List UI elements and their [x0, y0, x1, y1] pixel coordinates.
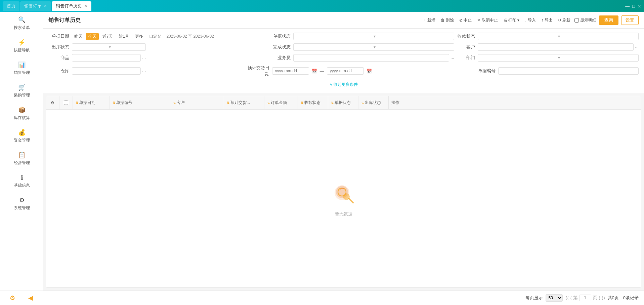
tab-close-sales-order[interactable]: ✕: [44, 4, 47, 8]
complete-status-select[interactable]: ▾: [293, 43, 454, 51]
refresh-button[interactable]: ↺ 刷新: [557, 17, 572, 24]
billno-label: 单据编号: [475, 68, 498, 74]
warehouse-label: 仓库: [48, 68, 72, 74]
sidebar-item-search[interactable]: 🔍 搜索菜单: [0, 12, 43, 35]
sort-icon-date[interactable]: ⇅: [76, 101, 78, 105]
basics-icon: ℹ: [21, 174, 23, 181]
delivery-start-calendar-icon[interactable]: 📅: [312, 69, 317, 74]
window-maximize[interactable]: □: [632, 4, 635, 9]
table-settings-icon[interactable]: ⚙: [51, 101, 54, 105]
select-all-checkbox[interactable]: [64, 101, 68, 105]
bill-status-select[interactable]: ▾: [293, 33, 454, 40]
salesman-dots-icon[interactable]: ···: [450, 55, 454, 61]
sidebar-item-finance[interactable]: 💰 资金管理: [0, 125, 43, 147]
table-area: ⚙ ⇅ 单据日期 ⇅ 单据编号 ⇅ 客户 ⇅: [46, 96, 641, 288]
prev-page-btn[interactable]: ⟨: [570, 295, 572, 301]
window-minimize[interactable]: —: [625, 4, 630, 9]
sidebar-item-system[interactable]: ⚙ 系统管理: [0, 192, 43, 215]
delete-button[interactable]: 🗑 删除: [439, 17, 455, 24]
setting-button[interactable]: 设置: [621, 15, 639, 25]
sort-icon-delivery[interactable]: ⇅: [227, 101, 229, 105]
window-controls: — □ ✕: [625, 4, 641, 9]
tab-sales-order[interactable]: 销售订单 ✕: [20, 1, 51, 11]
sort-icon-amount[interactable]: ⇅: [267, 101, 270, 105]
bill-status-arrow-icon: ▾: [374, 34, 451, 39]
dept-select[interactable]: ▾: [478, 54, 639, 62]
customer-dots-icon[interactable]: ···: [635, 45, 639, 50]
finance-icon: 💰: [18, 129, 26, 136]
sidebar-item-basics[interactable]: ℹ 基础信息: [0, 170, 43, 192]
first-page-btn[interactable]: ⟨⟨: [565, 295, 569, 301]
date-btn-yesterday[interactable]: 昨天: [72, 33, 85, 40]
date-btn-7days[interactable]: 近7天: [100, 33, 115, 40]
tab-close-history[interactable]: ✕: [84, 4, 87, 8]
sidebar-settings-icon[interactable]: ⚙: [10, 294, 15, 302]
salesman-input[interactable]: [293, 54, 449, 62]
th-checkbox[interactable]: [59, 96, 73, 109]
date-btn-custom[interactable]: 自定义: [147, 33, 164, 40]
sidebar-collapse-icon[interactable]: ◀: [28, 294, 33, 302]
query-button[interactable]: 查询: [599, 15, 618, 25]
product-input[interactable]: [72, 54, 141, 62]
tab-sales-order-history[interactable]: 销售订单历史 ✕: [52, 1, 91, 11]
customer-input[interactable]: [478, 43, 634, 51]
th-delivery: ⇅ 预计交货...: [224, 96, 264, 109]
top-bar: 首页 销售订单 ✕ 销售订单历史 ✕ — □ ✕: [0, 0, 644, 12]
cancel-stop-button[interactable]: ✕ 取消中止: [476, 17, 499, 24]
add-button[interactable]: + 新增: [422, 17, 436, 24]
out-status-section: 出库状态 ▾: [48, 43, 270, 51]
show-detail-checkbox-label[interactable]: 显示明细: [574, 17, 596, 23]
th-pay-status: ⇅ 收款状态: [298, 96, 328, 109]
billno-section: 单据编号: [475, 67, 639, 75]
collapse-filter-row[interactable]: ∧ 收起更多条件: [48, 80, 639, 89]
filter-area: 单据日期 昨天 今天 近7天 近1月 更多 自定义 2023-06-02 至 2…: [43, 29, 644, 93]
stop-button[interactable]: ⊘ 中止: [458, 17, 473, 24]
last-page-btn[interactable]: ⟩⟩: [602, 295, 605, 301]
page-input[interactable]: [579, 295, 591, 301]
th-settings[interactable]: ⚙: [46, 96, 59, 109]
sidebar-bottom: ⚙ ◀: [0, 291, 43, 305]
date-btn-today[interactable]: 今天: [86, 33, 99, 40]
sort-icon-status[interactable]: ⇅: [331, 101, 334, 105]
billno-input[interactable]: [498, 67, 639, 75]
import-button[interactable]: ↓ 导入: [523, 17, 537, 24]
sidebar-item-sales[interactable]: 📊 销售管理: [0, 57, 43, 80]
sort-icon-out[interactable]: ⇅: [361, 101, 364, 105]
sidebar-item-quicknav[interactable]: ⚡ 快捷导航: [0, 35, 43, 57]
sidebar-item-operations[interactable]: 📋 经营管理: [0, 147, 43, 170]
show-detail-checkbox[interactable]: [574, 18, 579, 23]
date-filter-label: 单据日期: [48, 33, 72, 39]
per-page-select[interactable]: 50 100 200: [546, 294, 563, 302]
pay-status-select[interactable]: ▾: [478, 33, 639, 40]
export-button[interactable]: ↑ 导出: [540, 17, 554, 24]
sidebar-item-purchase[interactable]: 🛒 采购管理: [0, 80, 43, 102]
th-bill-status: ⇅ 单据状态: [328, 96, 358, 109]
th-date: ⇅ 单据日期: [73, 96, 110, 109]
delivery-start-input[interactable]: [272, 67, 309, 75]
product-label: 商品: [48, 55, 72, 61]
total-records: 共0页，0条记录: [608, 295, 639, 301]
out-status-select[interactable]: ▾: [72, 43, 146, 51]
warehouse-section: 仓库 ···: [48, 67, 245, 75]
tab-home[interactable]: 首页: [3, 1, 19, 11]
filter-row-4: 仓库 ··· 预计交货日期 📅 — 📅: [48, 65, 639, 77]
date-btn-1month[interactable]: 近1月: [117, 33, 132, 40]
product-dots-icon[interactable]: ···: [142, 55, 146, 61]
delivery-end-calendar-icon[interactable]: 📅: [367, 69, 372, 74]
warehouse-dots-icon[interactable]: ···: [142, 69, 146, 74]
date-btn-more[interactable]: 更多: [133, 33, 145, 40]
app-layout: 🔍 搜索菜单 ⚡ 快捷导航 📊 销售管理 🛒 采购管理 📦 库存核算 💰 资金管…: [0, 12, 644, 305]
delivery-end-input[interactable]: [327, 67, 364, 75]
th-action: 操作: [389, 96, 641, 109]
sidebar-item-inventory[interactable]: 📦 库存核算: [0, 102, 43, 125]
salesman-section: 业务员 ···: [270, 54, 454, 62]
window-close[interactable]: ✕: [638, 4, 641, 9]
page-title: 销售订单历史: [48, 17, 81, 24]
sort-icon-pay[interactable]: ⇅: [301, 101, 303, 105]
sort-icon-billno[interactable]: ⇅: [113, 101, 115, 105]
sort-icon-customer[interactable]: ⇅: [173, 101, 176, 105]
warehouse-input[interactable]: [72, 67, 141, 75]
next-page-btn[interactable]: ⟩: [599, 295, 600, 301]
per-page-label: 每页显示: [525, 295, 543, 301]
print-button[interactable]: 🖨 打印 ▾: [502, 17, 521, 24]
